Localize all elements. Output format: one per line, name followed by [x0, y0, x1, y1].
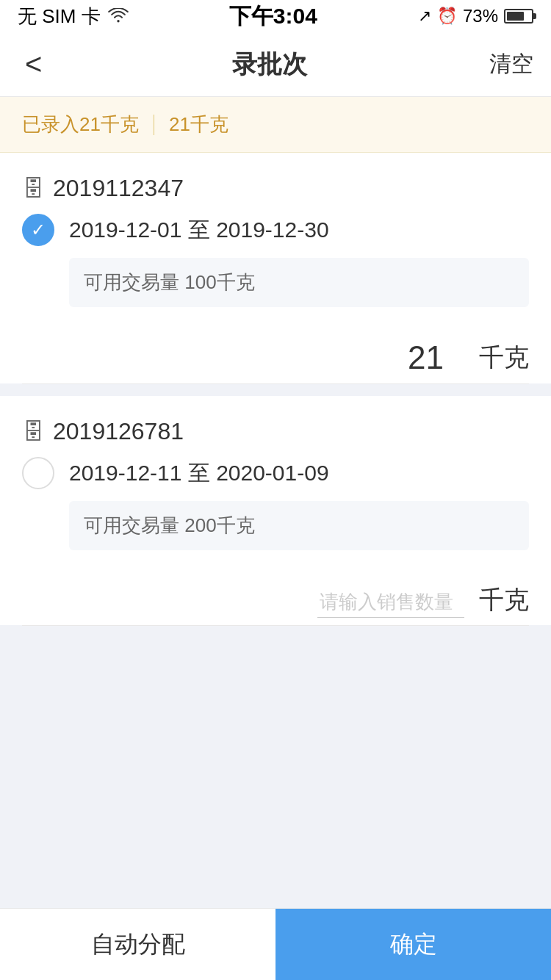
- batch-id-row-1: 🗄 2019112347: [22, 175, 529, 202]
- batch-date-row-1: ✓ 2019-12-01 至 2019-12-30: [22, 214, 529, 246]
- batch-id-1: 2019112347: [53, 175, 184, 202]
- back-button[interactable]: <: [18, 40, 49, 88]
- summary-divider: [154, 115, 154, 135]
- batch-card-1: 🗄 2019112347 ✓ 2019-12-01 至 2019-12-30 可…: [0, 153, 551, 325]
- time-display: 下午3:04: [229, 1, 317, 32]
- confirm-button[interactable]: 确定: [276, 909, 551, 980]
- batch-date-row-2: 2019-12-11 至 2020-01-09: [22, 457, 529, 489]
- bottom-bar: 自动分配 确定: [0, 908, 551, 980]
- recorded-label: 已录入21千克: [22, 112, 139, 137]
- status-left: 无 SIM 卡: [18, 4, 129, 29]
- check-icon-1: ✓: [31, 221, 46, 239]
- batch-card-2: 🗄 2019126781 2019-12-11 至 2020-01-09 可用交…: [0, 396, 551, 568]
- batch-radio-1[interactable]: ✓: [22, 214, 54, 246]
- qty-unit-1: 千克: [479, 341, 529, 375]
- nav-bar: < 录批次 清空: [0, 32, 551, 97]
- batch-date-1: 2019-12-01 至 2019-12-30: [69, 215, 329, 245]
- batch-id-2: 2019126781: [53, 418, 184, 445]
- status-right: ↗ ⏰ 73%: [418, 6, 533, 26]
- available-qty-2: 可用交易量 200千克: [69, 501, 529, 550]
- battery-percent: 73%: [463, 6, 498, 26]
- battery-icon: [504, 9, 533, 24]
- location-icon: ↗: [418, 7, 431, 26]
- batch-date-2: 2019-12-11 至 2020-01-09: [69, 458, 329, 489]
- qty-value-1: 21: [408, 339, 444, 376]
- carrier-label: 无 SIM 卡: [18, 4, 101, 29]
- main-content: 🗄 2019112347 ✓ 2019-12-01 至 2019-12-30 可…: [0, 153, 551, 964]
- doc-icon-1: 🗄: [22, 176, 44, 201]
- summary-value: 21千克: [169, 112, 228, 137]
- wifi-icon: [108, 5, 129, 28]
- doc-icon-2: 🗄: [22, 419, 44, 444]
- qty-filled-row-1: 21 千克: [0, 325, 551, 383]
- batch-id-row-2: 🗄 2019126781: [22, 418, 529, 445]
- page-title: 录批次: [232, 48, 307, 82]
- section-separator: [0, 384, 551, 396]
- auto-distribute-button[interactable]: 自动分配: [0, 909, 276, 980]
- qty-unit-2: 千克: [479, 583, 529, 617]
- summary-bar: 已录入21千克 21千克: [0, 97, 551, 153]
- qty-input-row-2: 千克: [0, 568, 551, 625]
- status-bar: 无 SIM 卡 下午3:04 ↗ ⏰ 73%: [0, 0, 551, 32]
- batch-radio-2[interactable]: [22, 457, 54, 489]
- alarm-icon: ⏰: [437, 7, 457, 26]
- qty-input-2[interactable]: [317, 583, 464, 618]
- clear-button[interactable]: 清空: [489, 49, 533, 79]
- available-qty-1: 可用交易量 100千克: [69, 258, 529, 307]
